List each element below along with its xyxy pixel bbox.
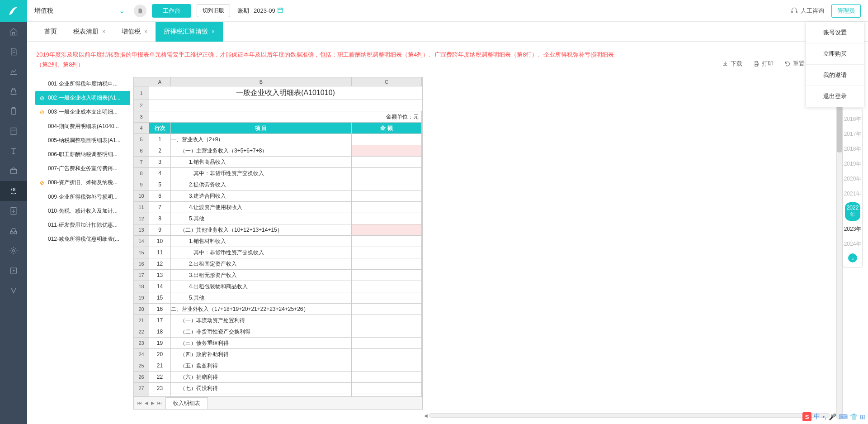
form-item-7[interactable]: ⊘008-资产折旧、摊销及纳税... [35,176,130,190]
cell[interactable] [352,372,422,382]
tab-1[interactable]: 税表清册× [65,22,113,42]
nav-bag-icon[interactable] [0,81,27,101]
nav-export-icon[interactable] [0,201,27,221]
col-header-c[interactable]: C [352,77,422,86]
row-header[interactable]: 13 [134,224,149,235]
last-sheet-icon[interactable]: ⏭ [156,400,163,405]
year-option[interactable]: 2022年 [845,202,860,221]
form-item-10[interactable]: 011-研发费用加计扣除优惠... [35,218,130,232]
cell[interactable]: 12 [149,258,171,269]
cell[interactable]: 金 额 [352,123,422,133]
cell[interactable]: 2 [149,145,171,156]
cell[interactable]: 二、营业外收入（17+18+19+20+21+22+23+24+25+26） [171,304,352,314]
cell[interactable]: 18 [149,326,171,337]
cell[interactable]: 行次 [149,123,171,133]
row-header[interactable]: 3 [134,111,149,122]
ime-grid-icon[interactable]: ⊞ [860,413,865,420]
tab-2[interactable]: 增值税× [113,22,156,42]
row-header[interactable]: 15 [134,247,149,258]
reset-button[interactable]: 重置 [784,60,805,68]
note-button[interactable] [134,5,146,17]
cell[interactable]: 9 [149,224,171,235]
switch-old-button[interactable]: 切到旧版 [197,4,230,17]
cell[interactable]: 项 目 [171,123,352,133]
year-option[interactable]: 2016年 [843,112,862,127]
cell[interactable] [149,100,422,111]
cell[interactable]: 其中：非货币性资产交换收入 [171,247,352,258]
nav-box-icon[interactable] [0,161,27,181]
cell[interactable]: （一）主营业务收入（3+5+6+7+8） [171,145,352,156]
cell[interactable]: （二）非货币性资产交换利得 [171,326,352,337]
cell[interactable]: 8 [149,213,171,224]
row-header[interactable]: 27 [134,383,149,394]
cell[interactable]: （四）政府补助利得 [171,349,352,360]
row-header[interactable]: 8 [134,168,149,179]
row-header[interactable]: 4 [134,123,149,133]
form-item-6[interactable]: 007-广告费和业务宣传费跨... [35,162,130,176]
form-item-4[interactable]: 005-纳税调整项目明细表(A1... [35,133,130,148]
cell[interactable] [352,224,422,235]
year-option[interactable]: 2017年 [843,127,862,142]
nav-home-icon[interactable] [0,22,27,42]
cell[interactable]: 其中：非货币性资产交换收入 [171,168,352,179]
cell[interactable] [352,281,422,292]
menu-item-3[interactable]: 退出登录 [806,86,864,107]
cell[interactable] [352,213,422,224]
cell[interactable]: 5.其他 [171,292,352,303]
cell[interactable]: 3.出租无形资产收入 [171,270,352,281]
row-header[interactable]: 20 [134,304,149,314]
year-option[interactable]: 2023年 [843,222,862,237]
cell[interactable]: 10 [149,236,171,247]
form-item-3[interactable]: 004-期间费用明细表(A1040... [35,119,130,133]
cell[interactable] [352,383,422,394]
nav-steam-icon[interactable] [0,181,27,201]
entity-dropdown[interactable]: 增值税 ⌄ [34,6,134,15]
ime-skin-icon[interactable]: 👕 [850,413,858,420]
cell[interactable]: 14 [149,281,171,292]
form-item-2[interactable]: ⊘003-一般企业成本支出明细... [35,105,130,119]
cell[interactable]: 20 [149,349,171,360]
form-item-9[interactable]: 010-免税、减计收入及加计... [35,204,130,218]
tab-0[interactable]: 首页 [36,22,65,42]
cell[interactable] [352,360,422,371]
nav-chart-icon[interactable] [0,62,27,81]
cell[interactable]: 21 [149,360,171,371]
download-button[interactable]: 下载 [722,60,742,68]
row-header[interactable]: 11 [134,202,149,213]
row-header[interactable]: 19 [134,292,149,303]
row-header[interactable]: 16 [134,258,149,269]
form-item-0[interactable]: 001-企业所得税年度纳税申... [35,77,130,91]
cell[interactable]: 16 [149,304,171,314]
cell[interactable] [352,134,422,145]
cell[interactable] [352,304,422,314]
ime-keyboard-icon[interactable]: ⌨ [839,413,848,420]
nav-v-icon[interactable] [0,281,27,300]
year-option[interactable]: 2021年 [843,186,862,201]
row-header[interactable]: 10 [134,191,149,201]
ime-badge-icon[interactable]: S [802,412,811,421]
cell[interactable]: 4.让渡资产使用权收入 [171,202,352,213]
col-header-b[interactable]: B [171,77,352,86]
cell[interactable]: 2.提供劳务收入 [171,179,352,190]
cell[interactable]: （五）盘盈利得 [171,360,352,371]
row-header[interactable]: 2 [134,100,149,111]
cell[interactable] [352,247,422,258]
cell[interactable]: 1.销售商品收入 [171,157,352,167]
ime-mic-icon[interactable]: 🎤 [829,413,836,420]
cell[interactable]: 1 [149,134,171,145]
cell[interactable]: 23 [149,383,171,394]
cell[interactable] [352,236,422,247]
row-header[interactable]: 5 [134,134,149,145]
nav-play-icon[interactable] [0,261,27,281]
row-header[interactable]: 17 [134,270,149,281]
horizontal-scrollbar[interactable]: ◀ ▶ [423,412,836,419]
nav-tray-icon[interactable] [0,221,27,241]
cell[interactable]: 一、营业收入（2+9） [171,134,352,145]
cell[interactable]: 5.其他 [171,213,352,224]
menu-item-1[interactable]: 立即购买 [806,43,864,65]
cell[interactable]: 6 [149,191,171,201]
cell[interactable] [352,292,422,303]
cell[interactable]: （二）其他业务收入（10+12+13+14+15） [171,224,352,235]
col-header-a[interactable]: A [149,77,171,86]
prev-sheet-icon[interactable]: ◀ [144,400,149,405]
